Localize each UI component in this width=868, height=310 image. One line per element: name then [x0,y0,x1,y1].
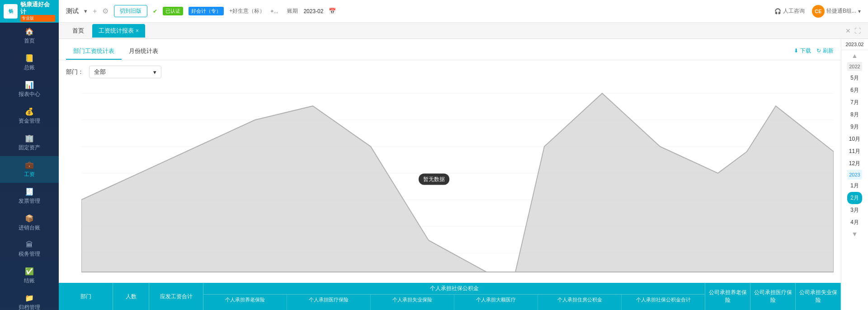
chart-section: 部门工资统计表 月份统计表 ⬇ 下载 ↻ 刷新 [59,39,841,310]
reports-icon: 📊 [25,81,34,89]
refresh-icon: ↻ [816,48,821,54]
sidebar-label-finance: 资金管理 [19,117,40,125]
date-month-2022-9月[interactable]: 9月 [847,121,862,133]
refresh-btn[interactable]: ↻ 刷新 [816,47,834,55]
user-dropdown-icon: ▾ [858,8,861,14]
home-icon: 🏠 [25,27,34,36]
th-人数: 人数 [113,283,149,310]
company-name: 测试 [66,7,79,15]
sidebar-label-salary: 工资 [24,171,35,178]
tab-close-icon[interactable]: × [136,28,139,34]
sidebar-item-invoice[interactable]: 🧾发票管理 [0,183,59,210]
window-close-icon[interactable]: ✕ [845,27,851,34]
period-value: 2023-02 [303,8,323,14]
sidebar-label-ledger: 总账 [24,64,35,72]
sidebar-label-settle: 结账 [24,277,35,285]
date-year-2023: 2023 [847,170,862,180]
content-area: 部门工资统计表 月份统计表 ⬇ 下载 ↻ 刷新 [59,39,868,310]
user-avatar: CE [812,5,825,18]
calendar-icon[interactable]: 📅 [329,8,336,14]
sidebar-item-assets[interactable]: 🏢固定资产 [0,129,59,156]
date-month-2022-6月[interactable]: 6月 [847,84,862,96]
th-sub-个人承担失业保险: 个人承担失业保险 [371,295,454,310]
archive-icon: 📁 [25,294,34,302]
date-month-2023-1月[interactable]: 1月 [847,180,862,192]
sidebar-item-purchase[interactable]: 📦进销台账 [0,210,59,236]
tab-home[interactable]: 首页 [66,24,90,38]
chart-tooltip: 暂无数据 [419,174,449,185]
sub-tab-department[interactable]: 部门工资统计表 [66,43,122,60]
download-btn[interactable]: ⬇ 下载 [794,47,811,55]
date-year-2022: 2022 [847,62,862,71]
sidebar-item-settle[interactable]: ✅结账 [0,262,59,289]
tab-salary-report[interactable]: 工资统计报表 × [92,24,145,38]
date-month-2022-12月[interactable]: 12月 [847,157,862,170]
date-month-2023-4月[interactable]: 4月 [847,216,862,229]
sidebar-nav: 🏠首页📒总账📊报表中心💰资金管理🏢固定资产💼工资🧾发票管理📦进销台账🏛税务管理✅… [0,23,59,310]
finance-icon: 💰 [25,107,34,116]
th-right-公司承担养老保险: 公司承担养老保险 [705,283,750,310]
sidebar-item-reports[interactable]: 📊报表中心 [0,76,59,103]
tax-icon: 🏛 [26,241,33,249]
topbar-right: 🎧 人工咨询 CE 轻捷通B组... ▾ [774,5,861,18]
th-应发工资合计: 应发工资合计 [149,283,203,310]
sub-tab-monthly[interactable]: 月份统计表 [122,43,165,60]
th-sub-个人承担社保公积金合计: 个人承担社保公积金合计 [622,295,705,310]
th-right-公司承担失业保险: 公司承担失业保险 [796,283,841,310]
download-icon: ⬇ [794,48,798,54]
salary-icon: 💼 [25,161,34,169]
sub-tab-actions: ⬇ 下载 ↻ 刷新 [794,47,834,57]
sub-tabs: 部门工资统计表 月份统计表 ⬇ 下载 ↻ 刷新 [59,39,841,60]
sidebar: 畅 畅康通好会计 专业版 🏠首页📒总账📊报表中心💰资金管理🏢固定资产💼工资🧾发票… [0,0,59,310]
date-month-2023-3月[interactable]: 3月 [847,204,862,216]
topbar-check-icon: ✔ [153,8,157,14]
user-menu[interactable]: CE 轻捷通B组... ▾ [812,5,861,18]
settle-icon: ✅ [25,267,34,276]
th-sub-个人承担养老保险: 个人承担养老保险 [203,295,287,310]
date-month-2022-10月[interactable]: 10月 [847,133,862,145]
sidebar-item-home[interactable]: 🏠首页 [0,23,59,49]
assets-icon: 🏢 [25,134,34,143]
date-panel-up[interactable]: ▲ [841,50,868,61]
tag1-badge: 好会计（专） [189,7,224,15]
headset-icon: 🎧 [774,8,781,14]
sidebar-label-purchase: 进销台账 [19,224,40,232]
date-panel-items: 20225月6月7月8月9月10月11月12月20231月2月3月4月 [847,61,862,229]
sidebar-item-ledger[interactable]: 📒总账 [0,49,59,76]
date-month-2022-5月[interactable]: 5月 [847,72,862,84]
invoice-icon: 🧾 [25,187,34,196]
logo-icon: 畅 [4,4,18,19]
logo-text: 畅康通好会计 专业版 [20,1,55,22]
th-sub-个人承担医疗保险: 个人承担医疗保险 [287,295,371,310]
sidebar-item-tax[interactable]: 🏛税务管理 [0,236,59,262]
topbar: 测试 ▾ + ⚙ 切到旧版 ✔ 已认证 好会计（专） +好生意（标） +... … [59,0,868,23]
main-body: 部门工资统计表 月份统计表 ⬇ 下载 ↻ 刷新 [59,39,868,310]
date-month-2022-8月[interactable]: 8月 [847,109,862,121]
sidebar-label-assets: 固定资产 [19,144,40,152]
purchase-icon: 📦 [25,214,34,223]
sidebar-label-home: 首页 [24,37,35,45]
chart-area: 350 300 250 200 150 100 50 0 [59,84,841,283]
switch-old-btn[interactable]: 切到旧版 [114,5,147,17]
tag3-label: +... [270,8,278,14]
tab-window-controls: ✕ ⛶ [845,27,861,34]
topbar-add-icon[interactable]: + [93,7,97,15]
date-month-2023-2月[interactable]: 2月 [847,192,862,204]
date-panel-down[interactable]: ▼ [841,229,868,239]
date-panel: 2023.02 ▲ 20225月6月7月8月9月10月11月12月20231月2… [841,39,868,310]
window-maximize-icon[interactable]: ⛶ [854,27,861,34]
select-dropdown-icon: ▾ [153,69,156,76]
sidebar-item-finance[interactable]: 💰资金管理 [0,103,59,129]
department-select[interactable]: 全部 ▾ [89,66,161,78]
sidebar-item-salary[interactable]: 💼工资 [0,156,59,183]
sidebar-label-invoice: 发票管理 [19,197,40,205]
company-dropdown-icon[interactable]: ▾ [84,8,87,14]
date-month-2022-11月[interactable]: 11月 [847,145,862,157]
th-group-personal-insurance: 个人承担社保公积金个人承担养老保险个人承担医疗保险个人承担失业保险个人承担大额医… [203,283,705,310]
sidebar-item-archive[interactable]: 📁归档管理 [0,289,59,310]
support-btn[interactable]: 🎧 人工咨询 [774,7,805,15]
topbar-settings-icon[interactable]: ⚙ [102,7,108,15]
date-month-2022-7月[interactable]: 7月 [847,96,862,109]
date-panel-current: 2023.02 [841,39,868,50]
tab-bar: 首页 工资统计报表 × ✕ ⛶ [59,23,868,39]
